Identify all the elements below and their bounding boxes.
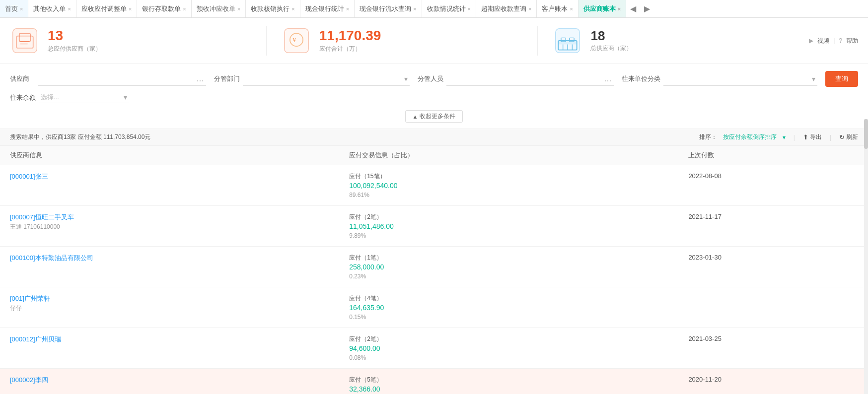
nav-tab-cash-bank-flow-close[interactable]: × <box>413 6 416 12</box>
nav-tab-ar-ap-adjust[interactable]: 应收应付调整单 × <box>76 0 137 18</box>
nav-tab-ar-ap-adjust-label: 应收应付调整单 <box>81 4 127 13</box>
filter-category: 往来单位分类 ▾ <box>622 72 818 86</box>
nav-tab-overdue-recv-close[interactable]: × <box>528 6 531 12</box>
top-nav: 首页 × 其他收入单 × 应收应付调整单 × 银行存取款单 × 预收冲应收单 ×… <box>0 0 868 18</box>
sort-chevron-icon[interactable]: ▾ <box>783 134 786 141</box>
nav-tab-recv-stat-close[interactable]: × <box>468 6 471 12</box>
tx-amount-2[interactable]: 258,000.00 <box>349 263 688 271</box>
tx-label-5: 应付（5笔） <box>349 376 688 384</box>
last-date-5: 2020-11-20 <box>688 376 858 383</box>
balance-placeholder[interactable]: 选择... <box>41 93 124 102</box>
tx-amount-0[interactable]: 100,092,540.00 <box>349 182 688 190</box>
tx-amount-3[interactable]: 164,635.90 <box>349 304 688 312</box>
nav-tab-overdue-recv[interactable]: 超期应收款查询 × <box>476 0 537 18</box>
supplier-info-4: [000012]广州贝瑞 <box>10 335 349 344</box>
supplier-link-0[interactable]: [000001]张三 <box>10 173 48 180</box>
balance-chevron-icon[interactable]: ▾ <box>124 93 127 101</box>
last-date-1: 2021-11-17 <box>688 213 858 220</box>
tx-amount-1[interactable]: 11,051,486.00 <box>349 222 688 230</box>
summary-card-payable-suppliers: 13 总应付供应商（家） <box>10 26 267 56</box>
last-date-2: 2023-01-30 <box>688 254 858 261</box>
query-button[interactable]: 查询 <box>825 71 858 87</box>
nav-tab-other-income-label: 其他收入单 <box>33 4 66 13</box>
supplier-link-5[interactable]: [000002]李四 <box>10 376 48 384</box>
export-icon: ⬆ <box>803 133 808 141</box>
nav-tab-supplier-ledger-close[interactable]: × <box>618 6 621 12</box>
dept-input[interactable] <box>245 73 405 84</box>
dept-chevron-icon[interactable]: ▾ <box>404 75 408 83</box>
nav-tab-cash-bank-stat-close[interactable]: × <box>346 6 349 12</box>
person-dots-icon[interactable]: ... <box>604 73 611 84</box>
nav-tab-home-label: 首页 <box>5 4 18 13</box>
col-header-tx: 应付交易信息（占比） <box>349 151 688 160</box>
dept-filter-label: 分管部门 <box>214 74 240 83</box>
export-button[interactable]: ⬆ 导出 <box>803 133 822 141</box>
tx-info-5: 应付（5笔） 32,366.00 0.03% <box>349 376 688 394</box>
nav-tab-cash-bank-flow-label: 现金银行流水查询 <box>360 4 411 13</box>
supplier-link-4[interactable]: [000012]广州贝瑞 <box>10 335 61 343</box>
tx-amount-4[interactable]: 94,600.00 <box>349 344 688 352</box>
nav-tab-ar-ap-adjust-close[interactable]: × <box>129 6 132 12</box>
nav-tab-recv-stat-label: 收款情况统计 <box>427 4 466 13</box>
nav-tab-other-income[interactable]: 其他收入单 × <box>28 0 76 18</box>
scrollbar[interactable] <box>864 119 868 394</box>
balance-filter-label: 往来余额 <box>10 93 36 102</box>
filter-area: 供应商 ... 分管部门 ▾ 分管人员 ... 往来单位分类 ▾ <box>0 64 868 129</box>
nav-tab-recv-exec-close[interactable]: × <box>291 6 294 12</box>
summary-card-payable-total: ¥ 11,170.39 应付合计（万） <box>267 26 538 56</box>
last-date-4: 2021-03-25 <box>688 335 858 342</box>
svg-text:¥: ¥ <box>292 36 296 44</box>
scrollbar-thumb[interactable] <box>864 119 868 149</box>
total-suppliers-icon <box>553 26 582 56</box>
nav-tab-pre-recv-label: 预收冲应收单 <box>197 4 235 13</box>
nav-tab-cash-bank-flow[interactable]: 现金银行流水查询 × <box>355 0 422 18</box>
nav-prev-arrow[interactable]: ◀ <box>626 0 640 18</box>
supplier-dots-icon[interactable]: ... <box>196 73 204 84</box>
person-input[interactable] <box>448 73 604 84</box>
supplier-input[interactable] <box>40 73 196 84</box>
refresh-button[interactable]: ↻ 刷新 <box>839 133 858 141</box>
category-input[interactable] <box>665 73 812 84</box>
supplier-link-2[interactable]: [000100]本特勤油品有限公司 <box>10 254 93 262</box>
nav-tab-supplier-ledger[interactable]: 供应商账本 × <box>579 0 626 18</box>
tx-percent-1: 9.89% <box>349 232 688 239</box>
nav-tab-customer-ledger[interactable]: 客户账本 × <box>537 0 578 18</box>
nav-tab-cash-bank-stat[interactable]: 现金银行统计 × <box>300 0 355 18</box>
tx-info-3: 应付（4笔） 164,635.90 0.15% <box>349 294 688 321</box>
video-link[interactable]: 视频 <box>817 37 829 45</box>
payable-total-icon: ¥ <box>282 26 311 56</box>
collapse-button[interactable]: ▲ 收起更多条件 <box>405 110 463 123</box>
video-icon: ▶ <box>809 37 813 44</box>
nav-tab-bank-deposit[interactable]: 银行存取款单 × <box>137 0 191 18</box>
nav-tab-pre-recv-close[interactable]: × <box>237 6 240 12</box>
supplier-link-3[interactable]: [001]广州荣轩 <box>10 295 50 302</box>
category-filter-label: 往来单位分类 <box>622 74 660 83</box>
nav-tab-bank-deposit-close[interactable]: × <box>183 6 186 12</box>
nav-tab-recv-stat[interactable]: 收款情况统计 × <box>422 0 476 18</box>
nav-tab-home-close[interactable]: × <box>20 6 23 12</box>
tx-info-0: 应付（15笔） 100,092,540.00 89.61% <box>349 172 688 198</box>
last-date-0: 2022-08-08 <box>688 172 858 180</box>
person-filter-label: 分管人员 <box>418 74 443 83</box>
nav-tab-customer-ledger-close[interactable]: × <box>570 6 573 12</box>
nav-tab-other-income-close[interactable]: × <box>68 6 71 12</box>
payable-suppliers-icon <box>10 26 40 56</box>
nav-tab-pre-recv[interactable]: 预收冲应收单 × <box>192 0 246 18</box>
tx-info-2: 应付（1笔） 258,000.00 0.23% <box>349 254 688 280</box>
results-info: 搜索结果中，供应商13家 应付金额 111,703,854.00元 <box>10 133 150 141</box>
nav-tab-recv-exec[interactable]: 收款核销执行 × <box>246 0 300 18</box>
tx-amount-5[interactable]: 32,366.00 <box>349 385 688 393</box>
sort-value[interactable]: 按应付余额倒序排序 <box>723 133 777 141</box>
tx-info-4: 应付（2笔） 94,600.00 0.08% <box>349 335 688 361</box>
supplier-info-1: [000007]恒旺二手叉车 王通 17106110000 <box>10 213 349 231</box>
nav-next-arrow[interactable]: ▶ <box>640 0 654 18</box>
nav-tab-home[interactable]: 首页 × <box>0 0 28 18</box>
table-container: 供应商信息 应付交易信息（占比） 上次付数 [000001]张三 应付（15笔）… <box>0 146 868 394</box>
top-right-links: ▶ 视频 | ? 帮助 <box>809 37 858 45</box>
category-chevron-icon[interactable]: ▾ <box>812 75 815 83</box>
col-header-supplier: 供应商信息 <box>10 151 349 160</box>
help-link[interactable]: 帮助 <box>846 37 858 45</box>
supplier-link-1[interactable]: [000007]恒旺二手叉车 <box>10 213 74 221</box>
filter-row-2: 往来余额 选择... ▾ <box>10 92 129 103</box>
tx-percent-4: 0.08% <box>349 354 688 361</box>
